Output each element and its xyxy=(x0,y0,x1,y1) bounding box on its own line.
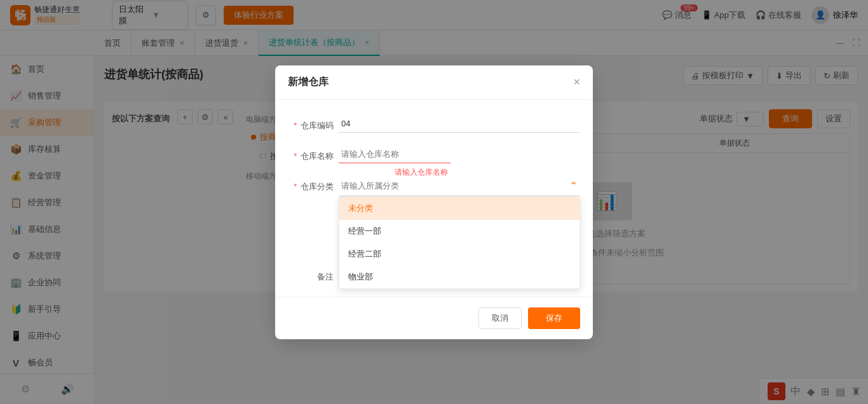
add-warehouse-dialog: 新增仓库 × * 仓库编码 * 仓库名称 请输入仓库名称 xyxy=(275,65,593,339)
dropdown-item-uncategorized[interactable]: 未分类 xyxy=(339,197,580,220)
dropdown-item-dept2[interactable]: 经营二部 xyxy=(339,243,580,266)
dialog-header: 新增仓库 × xyxy=(275,65,593,100)
dialog-body: * 仓库编码 * 仓库名称 请输入仓库名称 * xyxy=(275,100,593,284)
dropdown-arrow-icon: ⌃ xyxy=(569,180,578,192)
name-required-star: * xyxy=(294,151,297,161)
category-input[interactable] xyxy=(341,181,569,191)
dialog-title: 新增仓库 xyxy=(288,76,329,89)
cancel-button[interactable]: 取消 xyxy=(478,307,522,329)
name-input[interactable] xyxy=(339,145,451,163)
category-dropdown-trigger[interactable]: ⌃ xyxy=(339,176,580,196)
dialog-close-button[interactable]: × xyxy=(573,76,580,88)
form-row-code: * 仓库编码 xyxy=(288,115,580,133)
form-row-name: * 仓库名称 请输入仓库名称 xyxy=(288,145,580,163)
dialog-footer: 取消 保存 xyxy=(275,297,593,339)
dropdown-item-dept1[interactable]: 经营一部 xyxy=(339,220,580,243)
modal-overlay[interactable]: 新增仓库 × * 仓库编码 * 仓库名称 请输入仓库名称 xyxy=(0,0,868,404)
save-button[interactable]: 保存 xyxy=(528,307,580,329)
category-required-star: * xyxy=(294,182,297,191)
name-label: * 仓库名称 xyxy=(288,145,339,162)
category-label: * 仓库分类 xyxy=(288,176,339,192)
category-dropdown-list: 未分类 经营一部 经营二部 物业部 xyxy=(339,196,580,289)
dropdown-item-dept3[interactable]: 物业部 xyxy=(339,266,580,288)
note-label: 备注 xyxy=(288,266,339,283)
required-star: * xyxy=(294,121,297,130)
name-field-wrap: 请输入仓库名称 xyxy=(339,145,580,163)
form-row-category: * 仓库分类 ⌃ 未分类 经营一部 经营二部 物业部 xyxy=(288,176,580,196)
code-label: * 仓库编码 xyxy=(288,115,339,131)
code-input[interactable] xyxy=(339,115,580,133)
category-field-wrap: ⌃ 未分类 经营一部 经营二部 物业部 xyxy=(339,176,580,196)
